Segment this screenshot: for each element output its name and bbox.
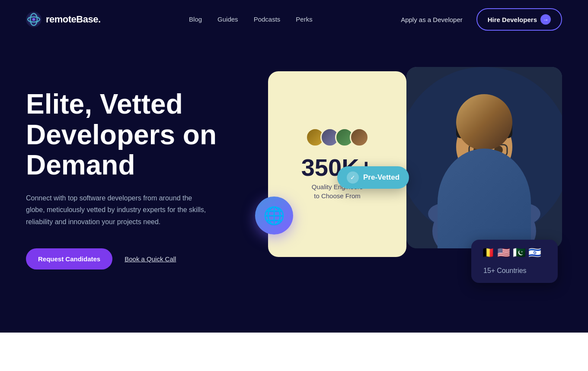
developer-image-svg bbox=[406, 67, 562, 248]
svg-point-23 bbox=[481, 215, 483, 217]
svg-point-19 bbox=[463, 156, 506, 181]
book-quick-call-link[interactable]: Book a Quick Call bbox=[125, 255, 176, 263]
flag-usa: 🇺🇸 bbox=[497, 247, 510, 259]
svg-point-22 bbox=[489, 204, 492, 206]
svg-point-4 bbox=[32, 18, 35, 21]
logo[interactable]: remoteBase. bbox=[26, 12, 101, 27]
svg-point-11 bbox=[456, 106, 512, 136]
svg-point-20 bbox=[476, 204, 479, 206]
hero-content: Elite, Vetted Developers on Demand Conne… bbox=[26, 89, 233, 270]
svg-point-17 bbox=[473, 146, 482, 154]
countries-label: Countries bbox=[497, 267, 526, 274]
flag-row: 🇧🇪 🇺🇸 🇵🇰 🇮🇱 bbox=[482, 247, 547, 259]
logo-icon bbox=[26, 12, 42, 27]
hero-subtitle: Connect with top software developers fro… bbox=[26, 192, 208, 228]
svg-point-26 bbox=[506, 203, 540, 225]
hire-arrow-icon: → bbox=[540, 14, 551, 25]
svg-point-24 bbox=[487, 219, 490, 222]
pre-vetted-badge: ✓ Pre-Vetted bbox=[337, 166, 409, 189]
avatar-stack bbox=[306, 128, 369, 147]
countries-count: 15+Countries bbox=[482, 262, 547, 276]
pre-vetted-label: Pre-Vetted bbox=[363, 173, 399, 182]
hero-visuals: 350K+ Quality Engineersto Choose From 🌐 … bbox=[251, 67, 562, 292]
navigation: remoteBase. Blog Guides Podcasts Perks A… bbox=[0, 0, 588, 39]
hire-developers-button[interactable]: Hire Developers → bbox=[476, 8, 562, 31]
avatar-4 bbox=[350, 128, 369, 147]
svg-point-18 bbox=[494, 146, 503, 154]
countries-card: 🇧🇪 🇺🇸 🇵🇰 🇮🇱 15+Countries bbox=[471, 240, 558, 283]
svg-point-10 bbox=[456, 116, 512, 178]
vetted-check-icon: ✓ bbox=[347, 171, 359, 184]
nav-guides[interactable]: Guides bbox=[217, 16, 238, 23]
nav-links: Blog Guides Podcasts Perks bbox=[189, 16, 313, 23]
hero-actions: Request Candidates Book a Quick Call bbox=[26, 248, 233, 270]
bottom-section bbox=[0, 333, 588, 371]
hero-title: Elite, Vetted Developers on Demand bbox=[26, 89, 233, 180]
flag-pakistan: 🇵🇰 bbox=[513, 247, 526, 259]
developer-photo-card bbox=[406, 67, 562, 248]
flag-belgium: 🇧🇪 bbox=[482, 247, 495, 259]
request-candidates-button[interactable]: Request Candidates bbox=[26, 248, 112, 270]
nav-blog[interactable]: Blog bbox=[189, 16, 202, 23]
logo-text: remoteBase. bbox=[46, 14, 101, 25]
svg-rect-14 bbox=[469, 145, 486, 156]
apply-developer-link[interactable]: Apply as a Developer bbox=[401, 16, 463, 23]
flag-israel: 🇮🇱 bbox=[528, 247, 541, 259]
svg-rect-12 bbox=[456, 121, 465, 138]
svg-point-25 bbox=[428, 203, 463, 225]
svg-rect-9 bbox=[476, 162, 493, 184]
svg-point-21 bbox=[483, 208, 486, 211]
svg-rect-13 bbox=[504, 121, 512, 138]
globe-icon: 🌐 bbox=[255, 197, 293, 235]
nav-podcasts[interactable]: Podcasts bbox=[254, 16, 281, 23]
developer-figure bbox=[406, 67, 562, 248]
hero-section: Elite, Vetted Developers on Demand Conne… bbox=[0, 39, 588, 333]
nav-perks[interactable]: Perks bbox=[296, 16, 312, 23]
globe-badge: 🌐 bbox=[255, 197, 293, 235]
nav-right: Apply as a Developer Hire Developers → bbox=[401, 8, 562, 31]
